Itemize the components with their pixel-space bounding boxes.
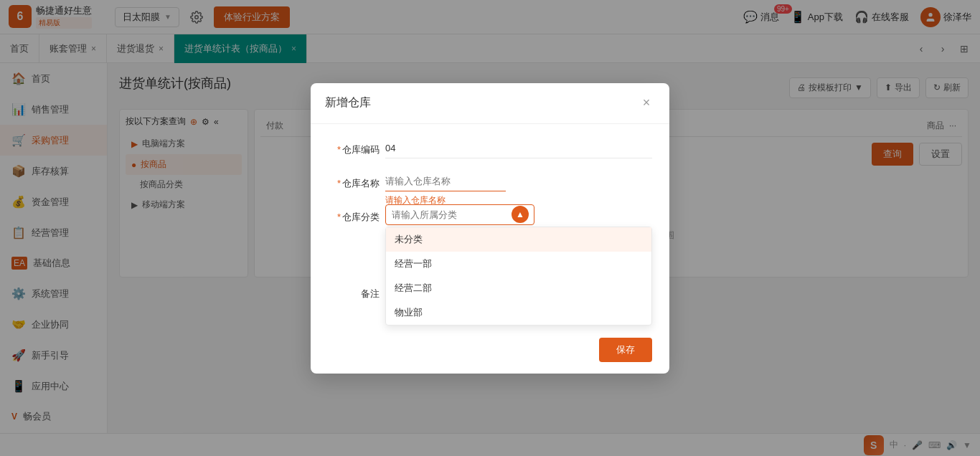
modal-body: 仓库编码 仓库名称 请输入仓库名称 仓库分类 ▲ [311, 124, 669, 313]
warehouse-name-row: 仓库名称 请输入仓库名称 [328, 171, 652, 191]
dropdown-item-dept1[interactable]: 经营一部 [386, 252, 651, 276]
category-dropdown: 未分类 经营一部 经营二部 物业部 [385, 227, 652, 326]
warehouse-notes-label: 备注 [328, 282, 385, 300]
modal-overlay[interactable]: 新增仓库 × 仓库编码 仓库名称 请输入仓库名称 仓库分类 [0, 0, 980, 456]
dropdown-item-dept2[interactable]: 经营二部 [386, 276, 651, 300]
warehouse-name-input[interactable] [385, 171, 506, 191]
add-warehouse-modal: 新增仓库 × 仓库编码 仓库名称 请输入仓库名称 仓库分类 [311, 83, 669, 374]
modal-header: 新增仓库 × [311, 83, 669, 124]
warehouse-category-select-container: ▲ [385, 204, 534, 225]
warehouse-code-input[interactable] [385, 138, 652, 158]
category-dropdown-arrow[interactable]: ▲ [512, 206, 529, 223]
dropdown-item-property[interactable]: 物业部 [386, 300, 651, 325]
warehouse-name-label: 仓库名称 [328, 172, 385, 190]
modal-close-icon[interactable]: × [638, 95, 655, 112]
dropdown-item-unclassified[interactable]: 未分类 [386, 227, 651, 252]
warehouse-code-row: 仓库编码 [328, 138, 652, 158]
modal-footer: 保存 [311, 326, 669, 374]
modal-title: 新增仓库 [325, 95, 371, 110]
warehouse-category-row: 仓库分类 ▲ 未分类 经营一部 经营二部 [328, 204, 652, 225]
warehouse-code-label: 仓库编码 [328, 138, 385, 156]
save-button[interactable]: 保存 [599, 338, 652, 362]
warehouse-category-label: 仓库分类 [328, 206, 385, 224]
